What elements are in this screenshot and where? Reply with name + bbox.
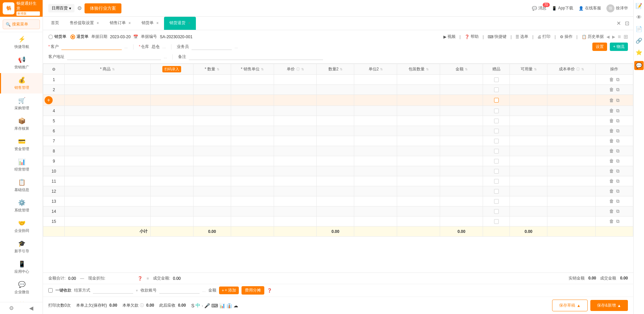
qty-cell[interactable] [193, 116, 231, 126]
gift-cell[interactable] [483, 166, 510, 176]
cost-cell[interactable] [547, 166, 596, 176]
product-cell[interactable] [64, 176, 150, 186]
price-info-icon[interactable]: ⓘ [296, 67, 300, 72]
qty2-cell[interactable] [317, 206, 354, 216]
unit-cell[interactable] [231, 216, 274, 227]
sidebar-settings-btn[interactable]: ⚙ [3, 305, 20, 311]
gift-checkbox[interactable] [494, 109, 499, 113]
amount-cell[interactable] [440, 166, 483, 176]
settlement-input[interactable] [93, 287, 133, 294]
copy-row-btn[interactable]: ⧉ [616, 138, 620, 143]
history-prev-icon[interactable]: ◀ [606, 35, 609, 39]
sort-avail-icon[interactable]: ⇅ [534, 67, 537, 71]
qty-cell[interactable] [193, 196, 231, 206]
message-btn[interactable]: 💬 消息 70 [532, 5, 546, 11]
pack-cell[interactable] [397, 85, 440, 95]
sort-unit-icon[interactable]: ⇅ [261, 67, 264, 71]
delete-row-btn[interactable]: 🗑 [609, 218, 614, 224]
address-input[interactable] [67, 54, 161, 60]
avail-cell[interactable] [510, 136, 547, 146]
avail-cell[interactable] [510, 116, 547, 126]
tab-close-icon[interactable]: × [128, 21, 131, 25]
settings-icon[interactable]: ⚙ [77, 5, 82, 11]
amount-cell[interactable] [440, 136, 483, 146]
qty-cell[interactable] [193, 95, 231, 106]
amount-cell[interactable] [440, 95, 483, 106]
product-cell[interactable] [64, 126, 150, 136]
fee-split-btn[interactable]: 费用分摊 [241, 286, 264, 295]
scan-btn[interactable]: 扫码录入 [162, 66, 181, 72]
qty2-cell[interactable] [317, 146, 354, 156]
right-panel-btn-1[interactable]: 📝 [636, 3, 642, 9]
unit2-cell[interactable] [354, 176, 397, 186]
gift-checkbox[interactable] [494, 199, 499, 204]
account-dots[interactable]: ... [202, 288, 206, 293]
gift-cell[interactable] [483, 216, 510, 227]
cost-cell[interactable] [547, 126, 596, 136]
history-next-icon[interactable]: ▶ [612, 35, 615, 39]
qty-cell[interactable] [193, 85, 231, 95]
pack-cell[interactable] [397, 196, 440, 206]
price-cell[interactable] [274, 95, 317, 106]
gift-checkbox[interactable] [494, 209, 499, 214]
tool2-icon[interactable]: · [202, 303, 203, 308]
avail-cell[interactable] [510, 95, 547, 106]
avail-cell[interactable] [510, 156, 547, 166]
tab-home[interactable]: 首页 [46, 17, 64, 30]
copy-row-btn[interactable]: ⧉ [616, 148, 620, 153]
cost-cell[interactable] [547, 136, 596, 146]
select-btn[interactable]: ☰ 选单 [516, 34, 528, 40]
sort-unit2-icon[interactable]: ⇅ [380, 67, 383, 71]
sidebar-item-finance[interactable]: 💳 资金管理 [0, 134, 43, 155]
price-cell[interactable] [274, 75, 317, 85]
sidebar-item-operations[interactable]: 📊 经营管理 [0, 155, 43, 175]
product-cell[interactable] [64, 156, 150, 166]
unit-cell[interactable] [231, 126, 274, 136]
pack-cell[interactable] [397, 216, 440, 227]
shortcut-btn[interactable]: ⌨ 快捷键 [488, 34, 506, 40]
qty-cell[interactable] [193, 176, 231, 186]
gift-cell[interactable] [483, 126, 510, 136]
unit2-cell[interactable] [354, 126, 397, 136]
price-cell[interactable] [274, 156, 317, 166]
tool7-icon[interactable]: ☁ [233, 303, 238, 308]
save-new-btn[interactable]: 保存&新增 ▲ [590, 300, 628, 311]
price-cell[interactable] [274, 116, 317, 126]
price-cell[interactable] [274, 216, 317, 227]
avail-cell[interactable] [510, 166, 547, 176]
gift-checkbox[interactable] [494, 87, 499, 92]
product-cell[interactable] [64, 75, 150, 85]
tool5-icon[interactable]: 📊 [219, 303, 225, 308]
product-cell[interactable] [64, 95, 150, 106]
customer-dots[interactable]: ... [124, 45, 128, 49]
avail-cell[interactable] [510, 176, 547, 186]
price-cell[interactable] [274, 126, 317, 136]
qty2-cell[interactable] [317, 186, 354, 196]
delete-row-btn[interactable]: 🗑 [609, 108, 614, 113]
save-draft-btn[interactable]: 保存草稿 ▲ [552, 300, 588, 311]
tab-close-active-icon[interactable]: × [188, 21, 191, 25]
delete-row-btn[interactable]: 🗑 [609, 77, 614, 82]
salesperson-dots[interactable]: ... [234, 45, 238, 49]
right-panel-btn-2[interactable]: 👁 [636, 14, 642, 20]
delete-row-btn[interactable]: 🗑 [609, 178, 614, 184]
pack-cell[interactable] [397, 75, 440, 85]
right-panel-btn-3[interactable]: 📄 [636, 26, 642, 32]
settings-button[interactable]: 设置 [592, 43, 607, 51]
product-cell[interactable] [64, 146, 150, 156]
pack-cell[interactable] [397, 95, 440, 106]
unit2-cell[interactable] [354, 206, 397, 216]
qty2-cell[interactable] [317, 196, 354, 206]
amount-cell[interactable] [440, 206, 483, 216]
avail-cell[interactable] [510, 85, 547, 95]
unit-cell[interactable] [231, 206, 274, 216]
qty-cell[interactable] [193, 216, 231, 227]
unit-cell[interactable] [231, 116, 274, 126]
pack-cell[interactable] [397, 116, 440, 126]
online-service-btn[interactable]: 👤 在线客服 [579, 5, 601, 11]
gift-cell[interactable] [483, 156, 510, 166]
cost-cell[interactable] [547, 186, 596, 196]
amount-cell[interactable] [440, 176, 483, 186]
copy-row-btn[interactable]: ⧉ [616, 208, 620, 214]
avail-cell[interactable] [510, 106, 547, 116]
